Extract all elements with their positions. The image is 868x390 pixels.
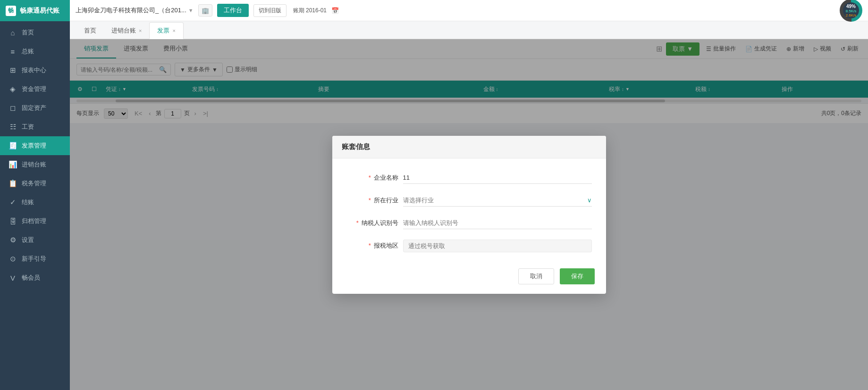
salary-icon: ☷ (8, 123, 17, 131)
sidebar-item-label: 进销台账 (22, 160, 46, 169)
tab-sales-ledger[interactable]: 进销台账 × (104, 23, 149, 39)
sidebar-item-label: 畅会员 (22, 274, 40, 282)
company-selector[interactable]: 上海卯金刀电子科技有限公司_（台201... ▼ (76, 6, 194, 15)
speed-indicator: 49% 8.5K/s 2.6K/s (840, 0, 862, 22)
company-dropdown-icon: ▼ (188, 8, 194, 13)
assets-icon: ◻ (8, 104, 17, 112)
guide-icon: ⊙ (8, 255, 17, 263)
sidebar-item-label: 资金管理 (22, 85, 46, 93)
account-info-dialog: 账套信息 * 企业名称 * 所在行 (332, 136, 606, 294)
tax-icon: 📋 (8, 179, 17, 188)
tab-invoice-close[interactable]: × (172, 28, 175, 33)
industry-label: * 所在行业 (346, 196, 398, 205)
tabbar: 首页 进销台账 × 发票 × (70, 21, 868, 39)
sidebar-item-label: 工资 (22, 123, 34, 131)
tab-sales-ledger-label: 进销台账 (111, 26, 136, 35)
company-name-label: * 企业名称 (346, 174, 398, 182)
speed-percent: 49% (846, 4, 856, 9)
sidebar-item-label: 新手引导 (22, 255, 46, 263)
sidebar-item-label: 总账 (22, 47, 34, 56)
invoice-icon: 🧾 (8, 141, 17, 150)
tab-home-label: 首页 (84, 26, 96, 35)
tax-region-input (403, 240, 592, 252)
vip-icon: V (8, 274, 17, 282)
ledger-icon: ≡ (8, 48, 17, 56)
sidebar-item-label: 报表中心 (22, 66, 46, 75)
cancel-button[interactable]: 取消 (518, 268, 554, 284)
sidebar-item-salary[interactable]: ☷ 工资 (0, 117, 70, 136)
content-area: 销项发票 进项发票 费用小票 ⊞ 取票 ▼ ☰ 批量操作 📄 (70, 39, 868, 390)
finance-icon: ◈ (8, 85, 17, 93)
dialog-title: 账套信息 (342, 142, 370, 150)
save-button[interactable]: 保存 (560, 268, 595, 284)
logo-icon: 畅 (6, 6, 16, 16)
tab-sales-ledger-close[interactable]: × (139, 28, 142, 33)
dialog-body: * 企业名称 * 所在行业 ∨ (332, 158, 606, 262)
close-period-icon: ✓ (8, 198, 17, 207)
industry-chevron-icon[interactable]: ∨ (587, 197, 592, 204)
dialog-footer: 取消 保存 (332, 262, 606, 294)
app-logo: 畅 畅康通易代账 (0, 0, 70, 21)
settings-icon: ⚙ (8, 236, 17, 244)
topbar-right: 49% 8.5K/s 2.6K/s (840, 0, 862, 22)
sidebar-item-settings[interactable]: ⚙ 设置 (0, 231, 70, 249)
company-action-button[interactable]: 🏢 (198, 4, 212, 17)
main-area: 上海卯金刀电子科技有限公司_（台201... ▼ 🏢 工作台 切到旧版 账期 2… (70, 0, 868, 390)
workbench-button[interactable]: 工作台 (217, 4, 249, 17)
calendar-icon[interactable]: 📅 (331, 7, 339, 14)
sidebar-item-archive[interactable]: 🗄 归档管理 (0, 212, 70, 231)
sidebar-item-tax[interactable]: 📋 税务管理 (0, 174, 70, 193)
sidebar-item-label: 发票管理 (22, 141, 46, 150)
form-row-tax-region: * 报税地区 (346, 240, 592, 252)
tax-region-label: * 报税地区 (346, 241, 398, 250)
form-row-industry: * 所在行业 ∨ (346, 194, 592, 207)
sidebar-item-ledger[interactable]: ≡ 总账 (0, 42, 70, 61)
period-label: 账期 2016-01 (293, 7, 327, 15)
tab-home[interactable]: 首页 (76, 23, 104, 39)
home-icon: ⌂ (8, 29, 17, 37)
sidebar-item-label: 固定资产 (22, 104, 46, 112)
company-icon: 🏢 (202, 7, 209, 14)
sidebar: 畅 畅康通易代账 ⌂ 首页 ≡ 总账 ⊞ 报表中心 ◈ 资金管理 ◻ 固定资产 … (0, 0, 70, 390)
reports-icon: ⊞ (8, 66, 17, 75)
speed-down: 2.6K/s (846, 13, 857, 17)
tab-invoice-label: 发票 (157, 26, 169, 35)
switch-oldver-button[interactable]: 切到旧版 (253, 4, 287, 17)
industry-select-wrap[interactable]: ∨ (403, 194, 592, 207)
archive-icon: 🗄 (8, 217, 17, 225)
form-row-company-name: * 企业名称 (346, 172, 592, 184)
speed-up: 8.5K/s (846, 9, 857, 13)
tab-invoice[interactable]: 发票 × (149, 22, 183, 39)
company-name: 上海卯金刀电子科技有限公司_（台201... (76, 6, 186, 15)
sidebar-item-reports[interactable]: ⊞ 报表中心 (0, 61, 70, 80)
sidebar-item-close[interactable]: ✓ 结账 (0, 193, 70, 212)
sidebar-item-label: 首页 (22, 28, 34, 37)
sales-icon: 📊 (8, 160, 17, 169)
sidebar-item-home[interactable]: ⌂ 首页 (0, 23, 70, 42)
sidebar-item-sales[interactable]: 📊 进销台账 (0, 155, 70, 174)
app-name: 畅康通易代账 (20, 7, 59, 15)
industry-input[interactable] (403, 197, 587, 204)
sidebar-item-label: 结账 (22, 198, 34, 207)
sidebar-item-assets[interactable]: ◻ 固定资产 (0, 99, 70, 117)
sidebar-nav: ⌂ 首页 ≡ 总账 ⊞ 报表中心 ◈ 资金管理 ◻ 固定资产 ☷ 工资 🧾 发票… (0, 21, 70, 390)
sidebar-item-label: 归档管理 (22, 217, 46, 225)
sidebar-item-guide[interactable]: ⊙ 新手引导 (0, 249, 70, 268)
sidebar-item-invoice[interactable]: 🧾 发票管理 (0, 136, 70, 155)
tax-id-label: * 纳税人识别号 (346, 219, 398, 227)
sidebar-item-finance[interactable]: ◈ 资金管理 (0, 80, 70, 99)
sidebar-item-vip[interactable]: V 畅会员 (0, 268, 70, 287)
modal-overlay[interactable]: 账套信息 * 企业名称 * 所在行 (70, 39, 868, 390)
sidebar-item-label: 设置 (22, 236, 34, 244)
form-row-tax-id: * 纳税人识别号 (346, 217, 592, 229)
dialog-header: 账套信息 (332, 136, 606, 158)
company-name-input[interactable] (403, 172, 592, 184)
sidebar-item-label: 税务管理 (22, 179, 46, 188)
topbar: 上海卯金刀电子科技有限公司_（台201... ▼ 🏢 工作台 切到旧版 账期 2… (70, 0, 868, 21)
tax-id-input[interactable] (403, 217, 592, 229)
